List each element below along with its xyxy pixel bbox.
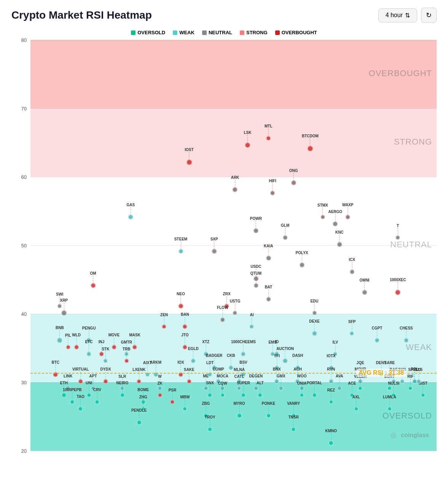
bubble-label: LINK bbox=[64, 374, 72, 378]
bubble-circle bbox=[183, 407, 187, 411]
bubble-line bbox=[160, 386, 160, 393]
bubble-circle bbox=[345, 215, 350, 220]
bubble-circle bbox=[103, 379, 108, 384]
bubble-line bbox=[76, 337, 77, 345]
bubble-circle bbox=[233, 311, 238, 315]
bubble-line bbox=[239, 406, 239, 414]
bubble-label: PSR bbox=[169, 388, 177, 392]
bubble-label: CGPT bbox=[372, 326, 383, 330]
refresh-button[interactable]: ↻ bbox=[421, 8, 437, 23]
bubble-PENDLE: PENDLE bbox=[131, 408, 147, 425]
bubble-label: 1000CHEEMS bbox=[231, 340, 256, 344]
coinglass-icon bbox=[390, 432, 397, 439]
bubble-circle bbox=[270, 191, 275, 196]
bubble-label: ARKM bbox=[150, 360, 161, 364]
bubble-line bbox=[122, 385, 123, 393]
bubble-label: SARE bbox=[384, 361, 395, 365]
bubble-line bbox=[285, 228, 285, 236]
bubble-PIL: PIL bbox=[65, 333, 71, 350]
bubble-label: NEIRO bbox=[116, 381, 128, 385]
bubble-label: ILV bbox=[332, 340, 338, 344]
bubble-label: ZBG bbox=[202, 401, 210, 406]
bubble-label: SYS bbox=[415, 368, 422, 372]
bubble-label: LDT bbox=[206, 361, 214, 365]
bubble-line bbox=[406, 331, 407, 338]
bubble-ARK: ARK bbox=[231, 175, 239, 193]
bubble-label: PIL bbox=[65, 333, 71, 337]
bubble-circle bbox=[328, 441, 334, 446]
legend-item-weak: WEAK bbox=[173, 30, 195, 35]
bubble-circle bbox=[421, 393, 425, 398]
bubble-label: RIF bbox=[407, 374, 413, 379]
bubble-line bbox=[352, 386, 352, 393]
bubble-SAKE: SAKE bbox=[184, 368, 195, 384]
bubble-circle bbox=[362, 290, 367, 295]
bubble-line bbox=[331, 393, 331, 400]
bubble-DEXE: DEXE bbox=[309, 319, 319, 336]
bubble-label: VANRY bbox=[287, 401, 300, 406]
bubble-circle bbox=[182, 324, 187, 329]
bubble-BAN: BAN bbox=[181, 312, 189, 329]
coinglass-logo: coinglass bbox=[390, 432, 429, 439]
bubble-label: BNB bbox=[56, 326, 64, 330]
legend-item-overbought: OVERBOUGHT bbox=[275, 30, 317, 35]
bubble-label: SUPER bbox=[237, 381, 250, 385]
bubble-circle bbox=[178, 304, 183, 309]
bubble-line bbox=[243, 385, 244, 393]
bubble-line bbox=[180, 296, 181, 304]
timeframe-button[interactable]: 4 hour ⇅ bbox=[378, 8, 417, 22]
y-gridline-80 bbox=[30, 40, 437, 40]
bubble-label: BOME bbox=[137, 388, 149, 392]
bubble-circle bbox=[70, 399, 75, 404]
bubble-label: GMX bbox=[277, 374, 285, 378]
bubble-line bbox=[348, 207, 348, 215]
bubble-line bbox=[210, 365, 210, 373]
y-tick-70: 70 bbox=[21, 106, 27, 111]
bubble-label: MASK bbox=[129, 333, 140, 337]
bubble-line bbox=[322, 208, 323, 215]
bubble-label: BNX bbox=[273, 367, 281, 371]
bubble-circle bbox=[220, 317, 225, 322]
bubble-circle bbox=[300, 393, 304, 398]
bubble-label: STEEM bbox=[174, 237, 187, 241]
y-gridline-60 bbox=[30, 177, 437, 177]
legend-dot bbox=[275, 30, 280, 35]
bubble-circle bbox=[233, 187, 238, 193]
bubble-circle bbox=[387, 407, 392, 411]
bubble-label: CATL bbox=[234, 374, 244, 379]
bubble-label: OM bbox=[90, 271, 96, 275]
bubble-label: ZK bbox=[157, 381, 162, 385]
bubble-label: STK bbox=[102, 347, 109, 351]
bubble-STK: STK bbox=[102, 347, 109, 363]
bubble-label: GLM bbox=[281, 223, 289, 228]
bubble-line bbox=[398, 282, 398, 290]
bubble-label: ALT bbox=[257, 381, 264, 385]
bubble-line bbox=[356, 399, 356, 407]
bubble-line bbox=[314, 385, 314, 393]
bubble-LSK: LSK bbox=[244, 131, 251, 148]
bubble-circle bbox=[74, 345, 79, 350]
bubble-line bbox=[193, 351, 193, 359]
bubble-line bbox=[247, 135, 248, 143]
bubble-WLD: WLD bbox=[72, 333, 81, 350]
bubble-circle bbox=[337, 242, 342, 247]
bubble-circle bbox=[266, 256, 271, 261]
bubble-label: PORTAL bbox=[307, 381, 322, 385]
bubble-line bbox=[273, 345, 273, 352]
bubble-label: RVN bbox=[327, 367, 335, 371]
bubble-line bbox=[189, 152, 189, 160]
bubble-line bbox=[89, 344, 89, 352]
bubble-circle bbox=[207, 393, 212, 398]
y-gridline-50 bbox=[30, 245, 437, 246]
bubble-KMNO: KMNO bbox=[325, 429, 337, 446]
bubble-label: GAS bbox=[126, 203, 135, 207]
legend-label: STRONG bbox=[246, 30, 268, 35]
bubble-label: ARK bbox=[231, 175, 239, 180]
bubble-label: PENDLE bbox=[131, 408, 147, 412]
bubble-label: AERGO bbox=[328, 210, 342, 214]
bubble-label: ETC bbox=[85, 340, 93, 344]
y-tick-80: 80 bbox=[21, 37, 27, 43]
bubble-EGLD: EGLD bbox=[188, 347, 199, 363]
legend-dot bbox=[202, 30, 207, 35]
bubble-label: KMNO bbox=[325, 429, 337, 433]
